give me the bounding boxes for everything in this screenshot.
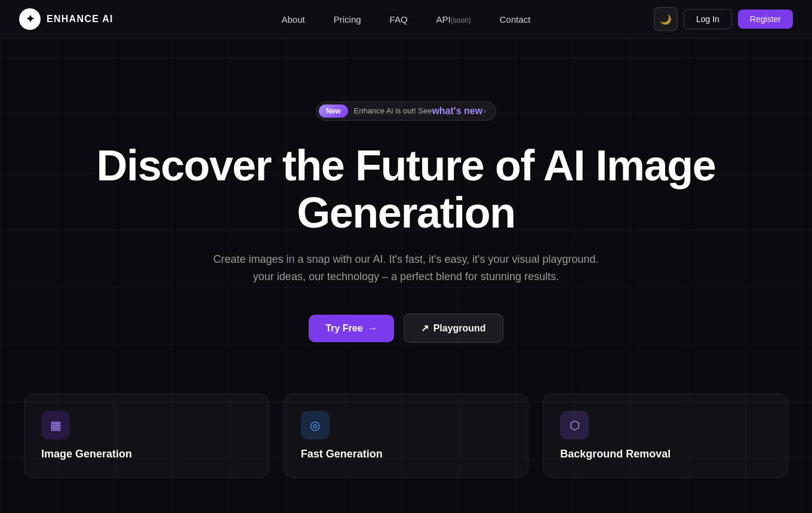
nav-link-about[interactable]: About: [270, 10, 317, 29]
try-free-button[interactable]: Try Free →: [309, 315, 393, 342]
nav-link-contact[interactable]: Contact: [488, 10, 543, 29]
background-removal-icon: ⬡: [560, 411, 589, 440]
new-badge-label: New: [319, 105, 348, 118]
announcement-badge[interactable]: New Enhance Ai is out! See what's new ›: [316, 102, 496, 121]
theme-toggle-button[interactable]: 🌙: [654, 7, 678, 31]
hero-title: Discover the Future of AI Image Generati…: [78, 142, 734, 236]
main-content: New Enhance Ai is out! See what's new › …: [0, 0, 812, 513]
register-button[interactable]: Register: [738, 10, 793, 29]
feature-card-image-generation: ▦ Image Generation: [24, 394, 269, 478]
nav-links: About Pricing FAQ API(soon) Contact: [270, 10, 543, 29]
feature-card-fast-generation: ◎ Fast Generation: [284, 394, 529, 478]
image-generation-icon: ▦: [41, 411, 70, 440]
feature-cards-section: ▦ Image Generation ◎ Fast Generation ⬡ B…: [0, 394, 812, 502]
navbar: ✦ ENHANCE AI About Pricing FAQ API(soon)…: [0, 0, 812, 39]
logo-text: ENHANCE AI: [47, 14, 113, 24]
fast-generation-title: Fast Generation: [301, 448, 512, 460]
hero-buttons: Try Free → ↗ Playground: [309, 314, 503, 343]
external-link-icon: ↗: [421, 322, 429, 334]
playground-button[interactable]: ↗ Playground: [404, 314, 503, 343]
fast-generation-icon: ◎: [301, 411, 330, 440]
logo-icon: ✦: [19, 8, 41, 30]
logo[interactable]: ✦ ENHANCE AI: [19, 8, 113, 30]
feature-card-background-removal: ⬡ Background Removal: [543, 394, 788, 478]
login-button[interactable]: Log In: [684, 9, 732, 29]
background-removal-title: Background Removal: [560, 448, 771, 460]
nav-actions: 🌙 Log In Register: [654, 7, 793, 31]
badge-description: Enhance Ai is out! See: [354, 106, 432, 115]
hero-subtitle: Create images in a snap with our AI. It'…: [203, 251, 609, 285]
nav-link-pricing[interactable]: Pricing: [322, 10, 373, 29]
image-generation-title: Image Generation: [41, 448, 252, 460]
whats-new-link[interactable]: what's new: [432, 106, 482, 116]
nav-link-api[interactable]: API(soon): [425, 10, 483, 29]
arrow-right-icon: →: [368, 323, 377, 334]
hero-section: New Enhance Ai is out! See what's new › …: [0, 39, 812, 394]
nav-link-faq[interactable]: FAQ: [378, 10, 420, 29]
badge-arrow-icon: ›: [484, 107, 486, 115]
